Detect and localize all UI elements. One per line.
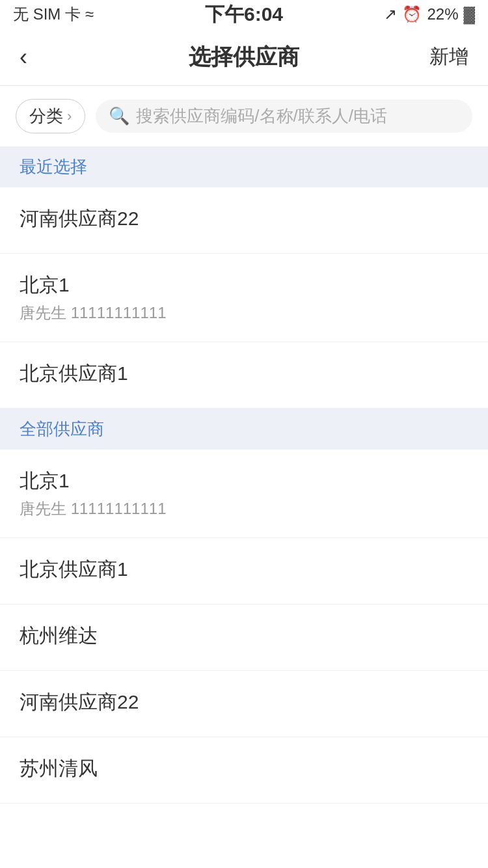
alarm-icon: ⏰ xyxy=(402,5,422,23)
location-icon: ↗ xyxy=(384,5,397,23)
status-bar: 无 SIM 卡 ≈ 下午6:04 ↗ ⏰ 22% ▓ xyxy=(0,0,488,29)
list-item[interactable]: 河南供应商22 xyxy=(0,671,488,737)
list-item-sub: 唐先生 11111111111 xyxy=(20,498,468,519)
list-item-name: 北京1 xyxy=(20,468,468,495)
battery-label: 22% xyxy=(427,5,458,23)
page-title: 选择供应商 xyxy=(189,42,299,72)
list-item[interactable]: 北京供应商1 xyxy=(0,538,488,604)
all-list: 北京1唐先生 11111111111北京供应商1杭州维达河南供应商22苏州清风 xyxy=(0,450,488,804)
all-section-header: 全部供应商 xyxy=(0,409,488,450)
list-item-name: 北京供应商1 xyxy=(20,556,468,583)
list-item[interactable]: 杭州维达 xyxy=(0,604,488,671)
list-item[interactable]: 北京1唐先生 11111111111 xyxy=(0,254,488,342)
add-button[interactable]: 新增 xyxy=(429,44,468,70)
list-item-name: 苏州清风 xyxy=(20,755,468,782)
category-label: 分类 xyxy=(29,105,63,128)
list-item[interactable]: 北京1唐先生 11111111111 xyxy=(0,450,488,538)
recent-section-header: 最近选择 xyxy=(0,146,488,187)
list-item-name: 杭州维达 xyxy=(20,623,468,649)
chevron-right-icon: › xyxy=(67,108,72,125)
list-item-sub: 唐先生 11111111111 xyxy=(20,303,468,323)
category-filter[interactable]: 分类 › xyxy=(16,99,85,133)
search-icon: 🔍 xyxy=(109,106,129,126)
status-right: ↗ ⏰ 22% ▓ xyxy=(384,5,475,23)
list-item-name: 河南供应商22 xyxy=(20,689,468,716)
recent-list: 河南供应商22北京1唐先生 11111111111北京供应商1 xyxy=(0,187,488,409)
list-item-name: 河南供应商22 xyxy=(20,206,468,232)
list-item-name: 北京1 xyxy=(20,272,468,299)
recent-section-label: 最近选择 xyxy=(20,157,87,176)
battery-icon: ▓ xyxy=(464,5,476,23)
list-item[interactable]: 北京供应商1 xyxy=(0,342,488,409)
list-item-name: 北京供应商1 xyxy=(20,360,468,387)
status-left: 无 SIM 卡 ≈ xyxy=(13,4,94,25)
status-time: 下午6:04 xyxy=(205,1,283,28)
no-sim-label: 无 SIM 卡 ≈ xyxy=(13,4,94,25)
filter-bar: 分类 › 🔍 xyxy=(0,86,488,146)
back-button[interactable]: ‹ xyxy=(20,44,59,71)
list-item[interactable]: 苏州清风 xyxy=(0,737,488,804)
search-box: 🔍 xyxy=(96,100,472,133)
search-input[interactable] xyxy=(136,106,459,126)
list-item[interactable]: 河南供应商22 xyxy=(0,187,488,254)
all-section-label: 全部供应商 xyxy=(20,419,104,439)
nav-bar: ‹ 选择供应商 新增 xyxy=(0,29,488,86)
